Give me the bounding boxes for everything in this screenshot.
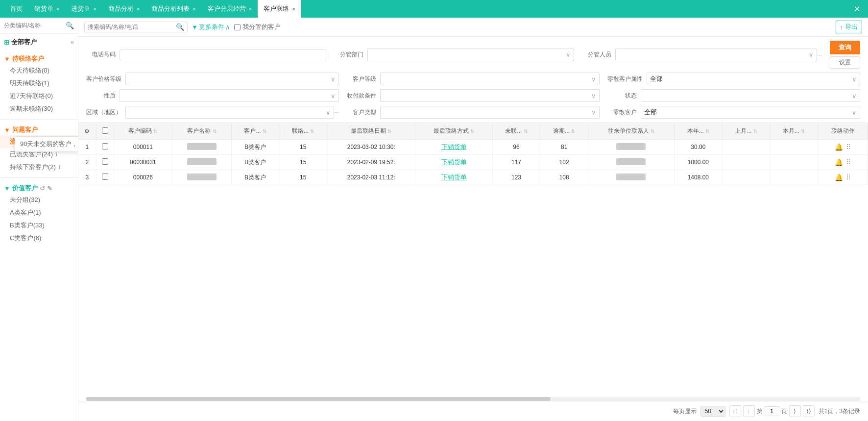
row-check[interactable] <box>102 173 108 180</box>
filter-dept-select[interactable]: ∨ <box>367 49 574 61</box>
col-customer-code[interactable]: 客户编码 ⇅ <box>114 123 172 140</box>
edit-icon[interactable]: ✎ <box>47 185 52 192</box>
window-close-button[interactable]: ✕ <box>850 4 864 14</box>
sidebar-item-today[interactable]: 今天待联络(0) <box>0 64 78 77</box>
sidebar: 🔍 ⊞ 全部客户 « ▼ 待联络客户 今天待联络(0) 明天待联络(1) 近7天… <box>0 18 78 421</box>
close-icon[interactable]: × <box>56 6 59 12</box>
sidebar-item-7days[interactable]: 近7天待联络(0) <box>0 90 78 102</box>
col-this-year[interactable]: 本年... ⇅ <box>675 123 723 140</box>
category-search-input[interactable] <box>4 22 65 29</box>
sidebar-item-tomorrow[interactable]: 明天待联络(1) <box>0 77 78 90</box>
contact-method-link[interactable]: 下销货单 <box>441 173 467 181</box>
query-button[interactable]: 查询 <box>830 41 860 54</box>
filter-customer-level-select[interactable]: ∨ <box>380 73 600 85</box>
row-check[interactable] <box>102 158 108 165</box>
row-action: 🔔 ⠿ <box>818 155 868 170</box>
page-suffix: 页 <box>781 407 787 416</box>
my-customers-check[interactable] <box>234 24 241 30</box>
contact-icon[interactable]: 🔔 <box>835 158 843 166</box>
filter-payment-select[interactable]: ∨ <box>380 89 600 102</box>
value-customers-title[interactable]: ▼ 价值客户 ↺ ✎ <box>0 182 78 194</box>
manager-more-btn[interactable]: ··· <box>817 51 822 58</box>
col-customer-type[interactable]: 客户... ⇅ <box>231 123 279 140</box>
filter-row-1: 电话号码 分管部门 ∨ 分管人员 ∨ ··· <box>86 41 860 69</box>
col-contacts[interactable]: 往来单位联系人 ⇅ <box>588 123 674 140</box>
sidebar-item-b-class[interactable]: B类客户(33) <box>0 219 78 232</box>
nav-sales-order[interactable]: 销货单 × <box>28 0 65 18</box>
col-this-month[interactable]: 本月... ⇅ <box>770 123 818 140</box>
sidebar-item-declining[interactable]: 持续下滑客户(2) ℹ <box>0 161 78 173</box>
problem-customers-title[interactable]: ▼ 问题客户 <box>0 124 78 135</box>
main-search-icon[interactable]: 🔍 <box>176 23 184 31</box>
export-button[interactable]: ↑ 导出 <box>836 21 863 33</box>
filter-status: 状态 ∨ <box>607 89 860 102</box>
sidebar-item-a-class[interactable]: A类客户(1) <box>0 206 78 219</box>
refresh-icon[interactable]: ↺ <box>40 185 45 192</box>
row-overdue: 108 <box>540 170 588 185</box>
all-customers-header[interactable]: ⊞ 全部客户 « <box>0 34 78 50</box>
settings-button[interactable]: 设置 <box>830 56 860 69</box>
nav-customer-segmentation[interactable]: 客户分层经营 × <box>202 0 258 18</box>
filter-nature-select[interactable]: ∨ <box>120 89 339 102</box>
col-customer-name[interactable]: 客户名称 ⇅ <box>172 123 232 140</box>
horizontal-scrollbar[interactable] <box>86 397 860 401</box>
first-page-btn[interactable]: ⟨⟨ <box>729 405 741 417</box>
col-last-month[interactable]: 上月... ⇅ <box>722 123 770 140</box>
prev-page-btn[interactable]: ⟨ <box>743 405 755 417</box>
page-size-label: 每页显示 <box>673 407 697 416</box>
sidebar-item-ungrouped[interactable]: 未分组(32) <box>0 194 78 206</box>
filter-retail-attr-select[interactable]: 全部 ∨ <box>647 73 860 85</box>
col-last-contact-date[interactable]: 最后联络日期 ⇅ <box>327 123 415 140</box>
export-icon: ↑ <box>840 24 844 31</box>
next-page-btn[interactable]: ⟩ <box>789 405 801 417</box>
filter-price-level-select[interactable]: ∨ <box>125 73 339 85</box>
nav-purchase-order[interactable]: 进货单 × <box>65 0 102 18</box>
filter-region-select[interactable]: ∨ <box>125 106 334 119</box>
more-icon[interactable]: ⠿ <box>846 173 851 181</box>
page-number-input[interactable] <box>765 406 779 416</box>
row-contact-count: 15 <box>279 170 327 185</box>
close-icon[interactable]: × <box>292 6 295 12</box>
my-customers-checkbox[interactable]: 我分管的客户 <box>234 23 281 31</box>
col-overdue[interactable]: 逾期... ⇅ <box>540 123 588 140</box>
nav-home[interactable]: 首页 <box>4 0 28 18</box>
row-checkbox[interactable] <box>96 140 114 155</box>
close-icon[interactable]: × <box>193 6 195 12</box>
sidebar-item-c-class[interactable]: C类客户(6) <box>0 232 78 245</box>
contact-method-link[interactable]: 下销货单 <box>441 158 467 166</box>
contact-method-link[interactable]: 下销货单 <box>441 143 467 150</box>
select-all-checkbox[interactable] <box>102 127 108 134</box>
close-icon[interactable]: × <box>137 6 140 12</box>
col-checkbox[interactable] <box>96 123 114 140</box>
row-checkbox[interactable] <box>96 155 114 170</box>
main-search-input[interactable] <box>88 24 176 30</box>
page-size-select[interactable]: 50 100 200 <box>700 406 725 417</box>
region-more-btn[interactable]: ··· <box>334 109 339 116</box>
nav-customer-contact[interactable]: 客户联络 × <box>258 0 301 18</box>
contact-icon[interactable]: 🔔 <box>835 173 843 181</box>
last-page-btn[interactable]: ⟩⟩ <box>803 405 815 417</box>
more-filter-btn[interactable]: ▼ 更多条件 ∧ <box>192 23 230 31</box>
filter-customer-type-select[interactable]: ∨ <box>380 106 600 119</box>
filter-manager-select[interactable]: ∨ <box>615 49 817 61</box>
more-icon[interactable]: ⠿ <box>846 143 851 151</box>
close-icon[interactable]: × <box>93 6 96 12</box>
pending-contact-title[interactable]: ▼ 待联络客户 <box>0 52 78 64</box>
filter-status-select[interactable]: ∨ <box>641 89 860 102</box>
collapse-icon[interactable]: « <box>71 39 74 46</box>
filter-phone-input[interactable] <box>120 50 326 60</box>
col-settings[interactable]: ⚙ <box>78 123 96 140</box>
row-check[interactable] <box>102 143 108 149</box>
col-not-contacted[interactable]: 未联... ⇅ <box>492 123 540 140</box>
nav-product-analysis[interactable]: 商品分析 × <box>102 0 145 18</box>
col-last-contact-method[interactable]: 最后联络方式 ⇅ <box>415 123 492 140</box>
more-icon[interactable]: ⠿ <box>846 158 851 166</box>
nav-product-analysis-list[interactable]: 商品分析列表 × <box>145 0 201 18</box>
scrollbar-thumb[interactable] <box>86 397 551 401</box>
filter-retail-customer-select[interactable]: 全部 ∨ <box>641 106 860 119</box>
close-icon[interactable]: × <box>249 6 252 12</box>
contact-icon[interactable]: 🔔 <box>835 143 843 151</box>
col-contact-count[interactable]: 联络... ⇅ <box>279 123 327 140</box>
sidebar-item-overdue[interactable]: 逾期未联络(30) <box>0 102 78 115</box>
row-checkbox[interactable] <box>96 170 114 185</box>
